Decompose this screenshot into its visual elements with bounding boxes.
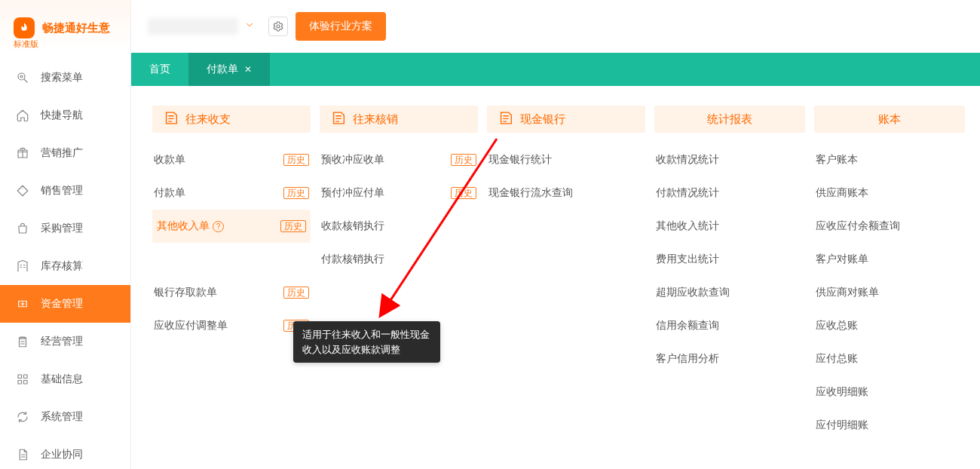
tab-bar: 首页付款单✕	[131, 53, 980, 86]
menu-item-label: 付款核销执行	[321, 253, 384, 266]
menu-item[interactable]: 收款单历史	[152, 143, 311, 176]
svg-rect-2	[18, 375, 22, 379]
settings-button[interactable]	[268, 17, 288, 36]
close-icon[interactable]: ✕	[244, 64, 252, 75]
grid-icon	[15, 372, 30, 387]
menu-item[interactable]: 银行存取款单历史	[152, 276, 311, 309]
document-icon	[330, 110, 347, 129]
menu-item[interactable]: 付款核销执行	[320, 243, 478, 276]
sidebar-item-clipboard[interactable]: 经营管理	[0, 323, 130, 360]
history-tag[interactable]: 历史	[283, 287, 309, 299]
history-tag[interactable]: 历史	[280, 220, 306, 232]
module-column: 往来核销预收冲应收单历史预付冲应付单历史收款核销执行付款核销执行	[320, 106, 478, 442]
history-tag[interactable]: 历史	[451, 154, 476, 166]
menu-item[interactable]: 应收总账	[814, 309, 965, 342]
loop-icon	[15, 409, 30, 425]
sidebar-item-building[interactable]: 库存核算	[0, 247, 130, 285]
menu-item[interactable]: 收款情况统计	[654, 143, 805, 176]
sidebar-item-money[interactable]: 资金管理	[0, 285, 130, 323]
main-area: 体验行业方案 首页付款单✕ 往来收支收款单历史付款单历史其他收入单?历史银行存取…	[131, 0, 980, 469]
module-column: 账本客户账本供应商账本应收应付余额查询客户对账单供应商对账单应收总账应付总账应收…	[814, 106, 965, 442]
sidebar-item-home[interactable]: 快捷导航	[0, 97, 130, 134]
svg-point-6	[277, 25, 280, 28]
menu-item[interactable]: 供应商账本	[814, 176, 965, 210]
menu-item[interactable]: 现金银行流水查询	[487, 176, 645, 210]
org-selector[interactable]	[142, 15, 261, 38]
menu-item[interactable]: 收款核销执行	[320, 210, 478, 243]
history-tag[interactable]: 历史	[283, 154, 309, 166]
column-header: 统计报表	[654, 106, 805, 133]
menu-item-label: 应付总账	[816, 352, 858, 366]
menu-item[interactable]: 付款情况统计	[654, 176, 805, 210]
menu-item[interactable]: 预付冲应付单历史	[320, 176, 478, 210]
menu-item[interactable]: 应收明细账	[814, 376, 965, 409]
tab[interactable]: 付款单✕	[188, 53, 270, 86]
search-icon	[15, 70, 30, 85]
sidebar-item-tag[interactable]: 销售管理	[0, 172, 130, 210]
menu-item[interactable]: 应付明细账	[814, 409, 965, 442]
menu-item-label: 费用支出统计	[656, 253, 719, 266]
column-title: 账本	[878, 112, 901, 127]
menu-item[interactable]: 供应商对账单	[814, 276, 965, 309]
flame-icon	[17, 21, 31, 35]
menu-item-label: 银行存取款单	[154, 286, 217, 299]
sidebar-item-loop[interactable]: 系统管理	[0, 398, 130, 436]
column-header: 账本	[814, 106, 965, 133]
menu-item-label: 付款单	[154, 186, 185, 200]
content-area: 往来收支收款单历史付款单历史其他收入单?历史银行存取款单历史应收应付调整单历史往…	[131, 86, 980, 469]
doc-icon	[15, 447, 30, 462]
column-title: 现金银行	[520, 112, 565, 127]
menu-item-label: 供应商对账单	[816, 286, 879, 299]
tooltip-text: 适用于往来收入和一般性现金收入以及应收账款调整	[302, 329, 430, 355]
building-icon	[15, 259, 30, 274]
column-header: 现金银行	[487, 106, 645, 133]
menu-item[interactable]: 信用余额查询	[654, 309, 805, 342]
edition-badge: 标准版	[14, 38, 38, 50]
menu-item-label: 应付明细账	[816, 418, 868, 432]
chevron-down-icon	[244, 20, 255, 32]
history-tag[interactable]: 历史	[283, 187, 309, 199]
clipboard-icon	[15, 334, 30, 349]
experience-button[interactable]: 体验行业方案	[296, 12, 386, 41]
tag-icon	[15, 183, 30, 198]
menu-item-label: 其他收入统计	[656, 219, 719, 233]
sidebar-item-search[interactable]: 搜索菜单	[0, 59, 130, 97]
sidebar: 畅捷通好生意 标准版 搜索菜单快捷导航营销推广销售管理采购管理库存核算资金管理经…	[0, 0, 131, 469]
menu-item-label: 预收冲应收单	[321, 153, 384, 167]
menu-item[interactable]: 客户对账单	[814, 243, 965, 276]
menu-item-label: 应收明细账	[816, 385, 868, 399]
module-column: 往来收支收款单历史付款单历史其他收入单?历史银行存取款单历史应收应付调整单历史	[152, 106, 311, 442]
menu-item[interactable]: 现金银行统计	[487, 143, 645, 176]
sidebar-item-label: 快捷导航	[41, 109, 83, 122]
sidebar-item-gift[interactable]: 营销推广	[0, 134, 130, 172]
document-icon	[163, 110, 179, 129]
sidebar-item-label: 资金管理	[41, 297, 83, 311]
tab-label: 付款单	[207, 63, 238, 76]
menu-item-label: 客户对账单	[816, 253, 868, 266]
tooltip: 适用于往来收入和一般性现金收入以及应收账款调整	[293, 321, 440, 363]
help-icon[interactable]: ?	[213, 221, 224, 232]
sidebar-item-label: 采购管理	[41, 222, 83, 235]
menu-item[interactable]: 应收应付余额查询	[814, 210, 965, 243]
menu-item[interactable]: 其他收入单?历史	[152, 210, 311, 243]
menu-item[interactable]: 客户信用分析	[654, 342, 805, 376]
sidebar-item-doc[interactable]: 企业协同	[0, 436, 130, 469]
sidebar-item-grid[interactable]: 基础信息	[0, 360, 130, 398]
menu-item[interactable]: 其他收入统计	[654, 210, 805, 243]
menu-item-label: 收款情况统计	[656, 153, 719, 167]
menu-item-label: 客户信用分析	[656, 352, 719, 366]
history-tag[interactable]: 历史	[451, 187, 476, 199]
gear-icon	[272, 20, 284, 32]
menu-item[interactable]: 客户账本	[814, 143, 965, 176]
module-column: 统计报表收款情况统计付款情况统计其他收入统计费用支出统计超期应收款查询信用余额查…	[654, 106, 805, 442]
menu-item[interactable]: 超期应收款查询	[654, 276, 805, 309]
menu-item-label: 收款核销执行	[321, 219, 384, 233]
sidebar-item-bag[interactable]: 采购管理	[0, 210, 130, 247]
sidebar-item-label: 经营管理	[41, 335, 83, 348]
tab[interactable]: 首页	[131, 53, 188, 86]
menu-item[interactable]: 应付总账	[814, 342, 965, 376]
menu-item[interactable]: 预收冲应收单历史	[320, 143, 478, 176]
menu-item[interactable]: 付款单历史	[152, 176, 311, 210]
menu-item[interactable]: 费用支出统计	[654, 243, 805, 276]
menu-item[interactable]: 应收应付调整单历史	[152, 309, 311, 342]
